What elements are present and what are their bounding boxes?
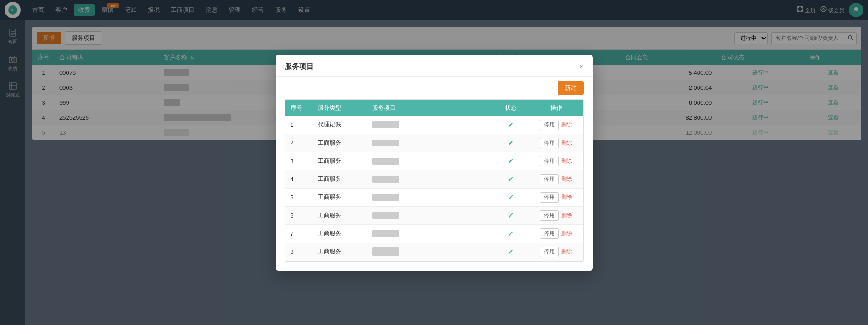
modal-cell-action: 停用删除 — [529, 188, 583, 206]
delete-button[interactable]: 删除 — [561, 121, 572, 129]
status-check-icon: ✔ — [508, 194, 514, 201]
modal-cell-seq: 5 — [285, 188, 312, 206]
modal-cell-type: 工商服务 — [312, 134, 367, 152]
modal-table-row: 6 工商服务 ████ ✔ 停用删除 — [285, 206, 583, 224]
modal-cell-action: 停用删除 — [529, 152, 583, 170]
status-check-icon: ✔ — [508, 175, 514, 183]
modal-cell-item: ████ — [367, 206, 493, 224]
modal-table: 序号 服务类型 服务项目 状态 操作 1 代理记账 ██1 ✔ 停用删除 2 工… — [285, 100, 583, 261]
service-items-modal: 服务项目 × 新建 序号 服务类型 服务项目 状态 操作 — [276, 55, 593, 271]
delete-button[interactable]: 删除 — [561, 194, 572, 201]
modal-cell-action: 停用删除 — [529, 134, 583, 152]
modal-cell-status: ✔ — [493, 243, 529, 261]
modal-cell-item: ██ — [367, 170, 493, 188]
modal-cell-item: ███ — [367, 152, 493, 170]
stop-button[interactable]: 停用 — [540, 192, 559, 203]
modal-new-button[interactable]: 新建 — [558, 81, 584, 95]
modal-cell-action: 停用删除 — [529, 224, 583, 243]
modal-cell-seq: 7 — [285, 224, 312, 243]
modal-cell-status: ✔ — [493, 152, 529, 170]
delete-button[interactable]: 删除 — [561, 157, 572, 165]
modal-table-row: 5 工商服务 ██ ✔ 停用删除 — [285, 188, 583, 206]
stop-button[interactable]: 停用 — [540, 210, 559, 221]
delete-button[interactable]: 删除 — [561, 212, 572, 219]
modal-cell-type: 工商服务 — [312, 224, 367, 243]
modal-cell-seq: 4 — [285, 170, 312, 188]
modal-cell-status: ✔ — [493, 116, 529, 134]
status-check-icon: ✔ — [508, 248, 514, 256]
status-check-icon: ✔ — [508, 121, 514, 129]
modal-cell-status: ✔ — [493, 188, 529, 206]
stop-button[interactable]: 停用 — [540, 247, 559, 257]
stop-button[interactable]: 停用 — [540, 228, 559, 239]
stop-button[interactable]: 停用 — [540, 156, 559, 166]
modal-cell-item: ██注册 — [367, 243, 493, 261]
delete-button[interactable]: 删除 — [561, 230, 572, 238]
delete-button[interactable]: 删除 — [561, 139, 572, 147]
modal-cell-seq: 6 — [285, 206, 312, 224]
status-check-icon: ✔ — [508, 230, 514, 238]
modal-header: 服务项目 × — [276, 55, 593, 77]
modal-table-row: 8 工商服务 ██注册 ✔ 停用删除 — [285, 243, 583, 261]
modal-body: 序号 服务类型 服务项目 状态 操作 1 代理记账 ██1 ✔ 停用删除 2 工… — [276, 99, 593, 271]
modal-overlay[interactable]: 服务项目 × 新建 序号 服务类型 服务项目 状态 操作 — [0, 0, 868, 325]
modal-cell-action: 停用删除 — [529, 206, 583, 224]
modal-cell-action: 停用删除 — [529, 116, 583, 134]
modal-cell-action: 停用删除 — [529, 170, 583, 188]
modal-col-seq: 序号 — [285, 100, 312, 116]
modal-cell-seq: 2 — [285, 134, 312, 152]
modal-cell-status: ✔ — [493, 224, 529, 243]
modal-toolbar: 新建 — [276, 77, 593, 99]
modal-cell-item: ██ — [367, 188, 493, 206]
delete-button[interactable]: 删除 — [561, 175, 572, 183]
stop-button[interactable]: 停用 — [540, 120, 559, 130]
modal-cell-status: ✔ — [493, 206, 529, 224]
modal-cell-type: 工商服务 — [312, 206, 367, 224]
modal-cell-type: 工商服务 — [312, 152, 367, 170]
stop-button[interactable]: 停用 — [540, 138, 559, 148]
modal-col-type: 服务类型 — [312, 100, 367, 116]
modal-table-wrap: 序号 服务类型 服务项目 状态 操作 1 代理记账 ██1 ✔ 停用删除 2 工… — [285, 99, 584, 262]
modal-table-row: 4 工商服务 ██ ✔ 停用删除 — [285, 170, 583, 188]
modal-cell-status: ✔ — [493, 170, 529, 188]
modal-table-row: 1 代理记账 ██1 ✔ 停用删除 — [285, 116, 583, 134]
modal-cell-type: 工商服务 — [312, 170, 367, 188]
modal-col-item: 服务项目 — [367, 100, 493, 116]
stop-button[interactable]: 停用 — [540, 174, 559, 184]
modal-cell-status: ✔ — [493, 134, 529, 152]
modal-close-button[interactable]: × — [579, 63, 584, 71]
modal-cell-seq: 1 — [285, 116, 312, 134]
modal-cell-type: 工商服务 — [312, 188, 367, 206]
modal-cell-seq: 8 — [285, 243, 312, 261]
modal-table-row: 7 工商服务 ██ ✔ 停用删除 — [285, 224, 583, 243]
modal-col-action: 操作 — [529, 100, 583, 116]
status-check-icon: ✔ — [508, 157, 514, 165]
modal-cell-item: ███ — [367, 134, 493, 152]
modal-col-status: 状态 — [493, 100, 529, 116]
status-check-icon: ✔ — [508, 212, 514, 219]
status-check-icon: ✔ — [508, 139, 514, 147]
delete-button[interactable]: 删除 — [561, 248, 572, 256]
modal-cell-seq: 3 — [285, 152, 312, 170]
modal-table-row: 2 工商服务 ███ ✔ 停用删除 — [285, 134, 583, 152]
modal-cell-item: ██1 — [367, 116, 493, 134]
modal-cell-type: 工商服务 — [312, 243, 367, 261]
modal-cell-item: ██ — [367, 224, 493, 243]
modal-title: 服务项目 — [285, 62, 314, 72]
modal-cell-action: 停用删除 — [529, 243, 583, 261]
modal-table-row: 3 工商服务 ███ ✔ 停用删除 — [285, 152, 583, 170]
modal-cell-type: 代理记账 — [312, 116, 367, 134]
